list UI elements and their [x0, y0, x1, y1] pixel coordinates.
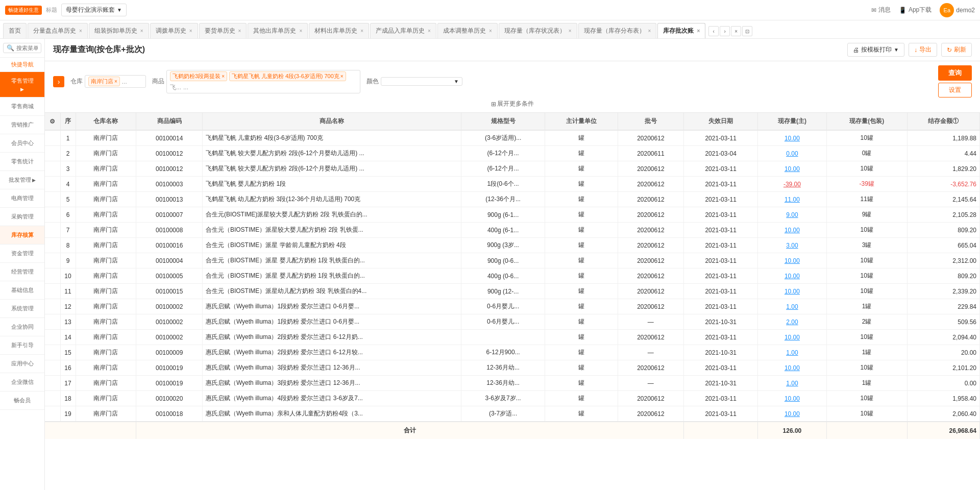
product-tag-2[interactable]: 飞鹤星飞帆 儿童奶粉 4段(3-6岁适用) 700克 × [229, 71, 346, 81]
sidebar-item-basic[interactable]: 基础信息 [0, 281, 44, 300]
warehouse-tag-close[interactable]: × [114, 79, 117, 84]
product-tag-1-close[interactable]: × [222, 74, 225, 79]
tab-close-btn[interactable]: × [731, 26, 741, 36]
close-icon[interactable]: × [428, 28, 431, 34]
sidebar-item-retail-mgmt[interactable]: 零售管理 ▶ [0, 72, 44, 97]
product-tag-2-close[interactable]: × [340, 74, 344, 79]
cell-empty [45, 161, 60, 177]
refresh-btn[interactable]: ↻ 刷新 [941, 43, 972, 57]
sidebar-item-finance[interactable]: 资金管理 [0, 244, 44, 263]
tab-other-out[interactable]: 其他出库单历史 × [248, 23, 308, 38]
sidebar-item-ecommerce[interactable]: 电商管理 [0, 189, 44, 208]
cell-qty-main[interactable]: 10.00 [758, 253, 827, 268]
sidebar-item-marketing[interactable]: 营销推广 [0, 116, 44, 134]
sidebar-item-label: 零售统计 [11, 158, 34, 165]
cell-qty-main[interactable]: 10.00 [758, 130, 827, 146]
tab-inv-dist[interactable]: 现存量（库存分布表） × [578, 23, 657, 38]
warehouse-ellipsis[interactable]: ... [122, 78, 127, 85]
cell-qty-main[interactable]: 10.00 [758, 391, 827, 406]
tab-batch-voucher[interactable]: 库存批次账 × [657, 23, 705, 38]
cell-qty-main[interactable]: 1.00 [758, 345, 827, 360]
app-download-btn[interactable]: 📱 App下载 [899, 6, 932, 14]
close-icon[interactable]: × [79, 28, 82, 34]
more-conditions-row: ⊞ 展开更多条件 [53, 97, 972, 108]
close-icon[interactable]: × [140, 28, 143, 34]
product-ellipsis[interactable]: ... [183, 84, 188, 91]
sidebar-item-retail-stats[interactable]: 零售统计 [0, 153, 44, 171]
cell-qty-main[interactable]: 10.00 [758, 360, 827, 376]
close-icon[interactable]: × [697, 28, 700, 34]
product-filter-tags[interactable]: 飞鹤奶粉3段两提装 × 飞鹤星飞帆 儿童奶粉 4段(3-6岁适用) 700克 ×… [166, 70, 360, 93]
sidebar-item-ops[interactable]: 经营管理 [0, 263, 44, 281]
cell-spec: (3-7岁适... [461, 406, 545, 422]
sidebar-item-purchase[interactable]: 采购管理 [0, 208, 44, 226]
cell-qty-main[interactable]: 11.00 [758, 192, 827, 207]
close-icon[interactable]: × [299, 28, 302, 34]
tab-product-in[interactable]: 产成品入库单历史 × [370, 23, 436, 38]
sidebar-item-system[interactable]: 系统管理 [0, 300, 44, 318]
cell-warehouse: 南岸门店 [76, 207, 136, 223]
cell-qty-main[interactable]: 1.00 [758, 299, 827, 314]
settings-btn[interactable]: 设置 [938, 83, 972, 97]
industry-select[interactable]: 母婴行业演示账套 ▼ [61, 4, 127, 16]
cell-qty-main[interactable]: 10.00 [758, 268, 827, 284]
cell-qty-main[interactable]: 9.00 [758, 207, 827, 223]
messages-btn[interactable]: ✉ 消息 [871, 6, 891, 14]
export-btn[interactable]: ↓ 导出 [909, 43, 937, 57]
query-btn[interactable]: 查询 [938, 65, 972, 81]
cell-qty-main[interactable]: 10.00 [758, 406, 827, 422]
tab-pick[interactable]: 调拨单历史 × [150, 23, 198, 38]
warehouse-filter-tags[interactable]: 南岸门店 × ... [85, 75, 146, 88]
expand-more-btn[interactable]: ⊞ 展开更多条件 [491, 100, 534, 108]
cell-qty-main[interactable]: 10.00 [758, 330, 827, 345]
expand-btn[interactable]: › [53, 76, 64, 87]
cell-qty-main[interactable]: 10.00 [758, 284, 827, 299]
cell-qty-main[interactable]: 1.00 [758, 376, 827, 391]
close-icon[interactable]: × [238, 28, 241, 34]
sidebar-item-enterprise-coop[interactable]: 企业协同 [0, 318, 44, 336]
product-tag-1[interactable]: 飞鹤奶粉3段两提装 × [170, 71, 227, 81]
close-icon[interactable]: × [360, 28, 363, 34]
col-settings[interactable]: ⚙ [45, 113, 60, 130]
tab-prev-btn[interactable]: ‹ [708, 26, 719, 36]
cell-qty-main[interactable]: 2.00 [758, 314, 827, 330]
quick-nav-btn[interactable]: 快捷导航 [0, 58, 44, 72]
cell-qty-main[interactable]: 0.00 [758, 146, 827, 161]
search-input[interactable] [16, 45, 38, 51]
tab-next-btn[interactable]: › [720, 26, 730, 36]
close-icon[interactable]: × [489, 28, 492, 34]
cell-qty-main[interactable]: 3.00 [758, 238, 827, 253]
tab-material-out[interactable]: 材料出库单历史 × [309, 23, 369, 38]
sidebar-item-new-guide[interactable]: 新手引导 [0, 336, 44, 355]
sidebar-item-label: 电商管理 [11, 194, 34, 202]
sidebar-item-wholesale[interactable]: 批发管理▶ [0, 171, 44, 189]
color-select[interactable]: ▼ [381, 77, 462, 86]
cell-unit: 罐 [545, 130, 618, 146]
tab-more-btn[interactable]: ⊡ [742, 26, 752, 36]
sidebar-item-retail-mall[interactable]: 零售商城 [0, 97, 44, 116]
tab-split-inventory[interactable]: 分量盘点单历史 × [28, 23, 88, 38]
sidebar-item-member[interactable]: 会员中心 [0, 134, 44, 153]
sidebar-item-member-card[interactable]: 畅会员 [0, 391, 44, 410]
print-btn[interactable]: 🖨 按模板打印 ▼ [847, 43, 904, 57]
close-icon[interactable]: × [648, 28, 651, 34]
table-container: ⚙ 序 仓库名称 商品编码 商品名称 规格型号 主计量单位 批号 失效日期 现存… [45, 113, 980, 490]
tab-require[interactable]: 要货单历史 × [199, 23, 247, 38]
settings-icon[interactable]: ⚙ [50, 118, 55, 125]
tab-disassemble[interactable]: 组装拆卸单历史 × [89, 23, 149, 38]
product-more[interactable]: 飞... [170, 83, 181, 92]
cell-qty-main[interactable]: 10.00 [758, 161, 827, 177]
sidebar-item-app-center[interactable]: 应用中心 [0, 355, 44, 373]
sidebar-item-inventory[interactable]: 库存核算 [0, 226, 44, 244]
cell-qty-main[interactable]: -39.00 [758, 177, 827, 192]
close-icon[interactable]: × [189, 28, 192, 34]
sidebar-item-enterprise-wechat[interactable]: 企业微信 [0, 373, 44, 391]
user-profile[interactable]: Ea demo2 [940, 3, 975, 17]
tab-cost-adjust[interactable]: 成本调整单历史 × [437, 23, 498, 38]
warehouse-tag[interactable]: 南岸门店 × [88, 77, 120, 86]
cell-no: 17 [60, 376, 76, 391]
close-icon[interactable]: × [569, 28, 572, 34]
tab-home[interactable]: 首页 [3, 23, 27, 38]
tab-inv-status[interactable]: 现存量（库存状况表） × [499, 23, 577, 38]
cell-qty-main[interactable]: 10.00 [758, 223, 827, 238]
